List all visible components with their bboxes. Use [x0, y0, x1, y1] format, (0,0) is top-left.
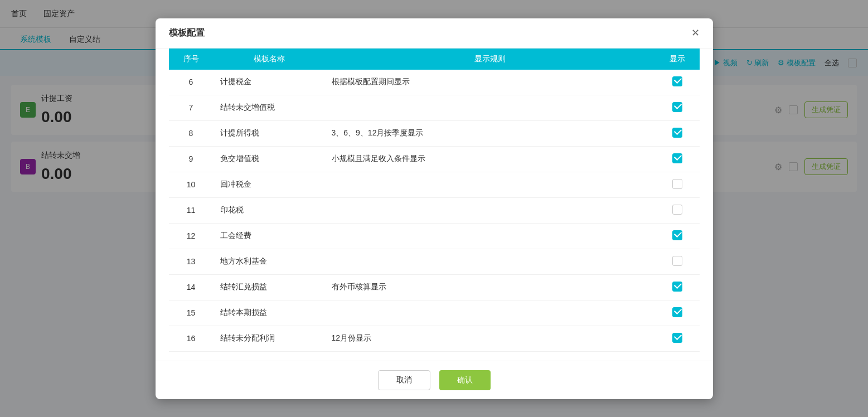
cell-name-5: 印花税 [214, 197, 325, 223]
cell-check-5 [655, 197, 700, 223]
table-row: 14结转汇兑损益有外币核算显示 [169, 274, 700, 300]
modal-footer: 取消 确认 [156, 361, 713, 399]
cell-check-10 [655, 326, 700, 351]
cell-name-9: 结转本期损益 [214, 300, 325, 326]
config-table: 序号 模板名称 显示规则 显示 6计提税金根据模板配置期间显示7结转未交增值税8… [169, 49, 700, 352]
table-row: 11印花税 [169, 197, 700, 223]
table-row: 8计提所得税3、6、9、12月按季度显示 [169, 120, 700, 146]
cell-id-6: 12 [169, 223, 214, 249]
modal-template-config: 模板配置 ✕ 序号 模板名称 显示规则 显示 6计提税金根据模板配置期间显示7结… [156, 18, 713, 399]
cell-rule-10: 12月份显示 [325, 326, 655, 351]
table-row: 15结转本期损益 [169, 300, 700, 326]
cell-rule-3: 小规模且满足收入条件显示 [325, 146, 655, 172]
cell-id-1: 7 [169, 95, 214, 120]
table-row: 16结转未分配利润12月份显示 [169, 326, 700, 351]
table-row: 6计提税金根据模板配置期间显示 [169, 70, 700, 95]
cell-id-10: 16 [169, 326, 214, 351]
table-row: 12工会经费 [169, 223, 700, 249]
th-display: 显示 [655, 49, 700, 70]
checkbox-9[interactable] [672, 307, 682, 317]
cell-id-3: 9 [169, 146, 214, 172]
table-row: 13地方水利基金 [169, 249, 700, 274]
cell-name-4: 回冲税金 [214, 172, 325, 197]
modal-title: 模板配置 [169, 27, 205, 39]
cell-rule-2: 3、6、9、12月按季度显示 [325, 120, 655, 146]
cell-id-4: 10 [169, 172, 214, 197]
cell-check-7 [655, 249, 700, 274]
cell-rule-9 [325, 300, 655, 326]
cell-check-3 [655, 146, 700, 172]
confirm-button[interactable]: 确认 [439, 370, 491, 390]
cell-check-2 [655, 120, 700, 146]
table-header-row: 序号 模板名称 显示规则 显示 [169, 49, 700, 70]
cell-check-4 [655, 172, 700, 197]
cell-name-8: 结转汇兑损益 [214, 274, 325, 300]
cell-name-10: 结转未分配利润 [214, 326, 325, 351]
th-name: 模板名称 [214, 49, 325, 70]
checkbox-3[interactable] [672, 153, 682, 163]
modal-body[interactable]: 序号 模板名称 显示规则 显示 6计提税金根据模板配置期间显示7结转未交增值税8… [156, 49, 713, 361]
cell-rule-7 [325, 249, 655, 274]
table-row: 10回冲税金 [169, 172, 700, 197]
cell-check-6 [655, 223, 700, 249]
table-row: 7结转未交增值税 [169, 95, 700, 120]
checkbox-7[interactable] [672, 256, 682, 266]
cell-name-6: 工会经费 [214, 223, 325, 249]
cell-rule-0: 根据模板配置期间显示 [325, 70, 655, 95]
checkbox-5[interactable] [672, 205, 682, 215]
cell-id-8: 14 [169, 274, 214, 300]
cell-rule-8: 有外币核算显示 [325, 274, 655, 300]
checkbox-2[interactable] [672, 128, 682, 138]
cell-rule-5 [325, 197, 655, 223]
cell-rule-4 [325, 172, 655, 197]
cell-name-3: 免交增值税 [214, 146, 325, 172]
cell-id-5: 11 [169, 197, 214, 223]
checkbox-10[interactable] [672, 333, 682, 343]
cell-id-7: 13 [169, 249, 214, 274]
modal-overlay: 模板配置 ✕ 序号 模板名称 显示规则 显示 6计提税金根据模板配置期间显示7结… [0, 0, 868, 417]
cell-rule-1 [325, 95, 655, 120]
th-rule: 显示规则 [325, 49, 655, 70]
cell-check-8 [655, 274, 700, 300]
checkbox-8[interactable] [672, 282, 682, 292]
cell-id-0: 6 [169, 70, 214, 95]
cell-name-1: 结转未交增值税 [214, 95, 325, 120]
checkbox-0[interactable] [672, 76, 682, 86]
cell-name-2: 计提所得税 [214, 120, 325, 146]
table-row: 9免交增值税小规模且满足收入条件显示 [169, 146, 700, 172]
cell-check-1 [655, 95, 700, 120]
cell-rule-6 [325, 223, 655, 249]
checkbox-6[interactable] [672, 230, 682, 240]
cell-check-9 [655, 300, 700, 326]
checkbox-4[interactable] [672, 179, 682, 189]
checkbox-1[interactable] [672, 102, 682, 112]
modal-close-button[interactable]: ✕ [691, 28, 700, 38]
cell-id-2: 8 [169, 120, 214, 146]
th-id: 序号 [169, 49, 214, 70]
cancel-button[interactable]: 取消 [378, 370, 430, 390]
cell-id-9: 15 [169, 300, 214, 326]
cell-name-7: 地方水利基金 [214, 249, 325, 274]
cell-name-0: 计提税金 [214, 70, 325, 95]
modal-header: 模板配置 ✕ [156, 18, 713, 49]
cell-check-0 [655, 70, 700, 95]
